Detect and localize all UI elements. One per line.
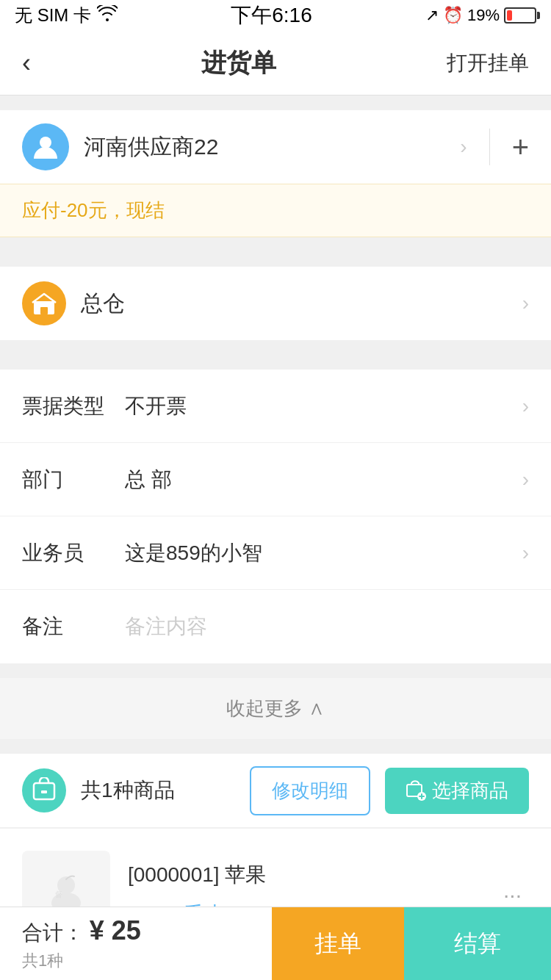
total-main: 合计： ¥ 25 bbox=[22, 915, 250, 947]
warehouse-section[interactable]: 总仓 › bbox=[0, 267, 551, 340]
back-button[interactable]: ‹ bbox=[22, 48, 31, 79]
status-bar: 无 SIM 卡 下午6:16 ↗ ⏰ 19% bbox=[0, 0, 551, 31]
select-product-button[interactable]: 选择商品 bbox=[385, 768, 529, 814]
svg-text:督: 督 bbox=[55, 890, 62, 898]
remark-input[interactable]: 备注内容 bbox=[110, 613, 529, 641]
svg-rect-4 bbox=[41, 790, 47, 793]
product-title: 苹果 bbox=[225, 863, 266, 886]
bottom-bar: 合计： ¥ 25 共1种 挂单 结算 bbox=[0, 907, 551, 980]
invoice-row[interactable]: 票据类型 不开票 › bbox=[0, 370, 551, 443]
warehouse-name: 总仓 bbox=[81, 289, 522, 319]
supplier-arrow-icon: › bbox=[460, 135, 467, 159]
sales-arrow-icon: › bbox=[522, 541, 529, 565]
product-name: [0000001] 苹果 bbox=[128, 861, 496, 889]
total-section: 合计： ¥ 25 共1种 bbox=[0, 915, 272, 972]
collapse-button[interactable]: 收起更多 ∧ bbox=[0, 678, 551, 739]
total-label: 合计： bbox=[22, 921, 84, 944]
nav-bar: ‹ 进货单 打开挂单 bbox=[0, 31, 551, 96]
product-count-icon bbox=[22, 768, 66, 813]
add-supplier-button[interactable]: + bbox=[512, 131, 529, 164]
total-amount: ¥ 25 bbox=[90, 915, 141, 945]
department-row[interactable]: 部门 总 部 › bbox=[0, 443, 551, 516]
gap-3 bbox=[0, 340, 551, 355]
pending-button[interactable]: 挂单 bbox=[272, 907, 404, 981]
select-product-label: 选择商品 bbox=[432, 778, 508, 804]
svg-rect-2 bbox=[40, 307, 48, 314]
modify-detail-button[interactable]: 修改明细 bbox=[250, 766, 370, 815]
invoice-label: 票据类型 bbox=[22, 392, 110, 420]
battery-percent: 19% bbox=[467, 6, 500, 25]
sales-label: 业务员 bbox=[22, 539, 110, 567]
form-section: 票据类型 不开票 › 部门 总 部 › 业务员 这是859的小智 › 备注 备注… bbox=[0, 370, 551, 663]
open-pending-button[interactable]: 打开挂单 bbox=[447, 49, 529, 77]
sales-row[interactable]: 业务员 这是859的小智 › bbox=[0, 516, 551, 590]
info-banner: 应付-20元，现结 bbox=[0, 184, 551, 237]
remark-row[interactable]: 备注 备注内容 bbox=[0, 590, 551, 663]
carrier-text: 无 SIM 卡 bbox=[15, 4, 91, 27]
department-arrow-icon: › bbox=[522, 468, 529, 491]
status-time: 下午6:16 bbox=[231, 1, 312, 29]
warehouse-arrow-icon: › bbox=[522, 292, 529, 315]
department-label: 部门 bbox=[22, 466, 110, 494]
warehouse-icon bbox=[22, 281, 66, 325]
invoice-value: 不开票 bbox=[110, 392, 522, 420]
wifi-icon bbox=[97, 5, 118, 26]
supplier-name: 河南供应商22 bbox=[84, 132, 460, 162]
alarm-icon: ⏰ bbox=[443, 6, 463, 25]
gap-1 bbox=[0, 96, 551, 110]
location-icon: ↗ bbox=[425, 6, 439, 25]
battery-icon bbox=[504, 7, 536, 24]
status-left: 无 SIM 卡 bbox=[15, 4, 118, 27]
page-title: 进货单 bbox=[201, 46, 276, 80]
products-header: 共1种商品 修改明细 选择商品 bbox=[0, 754, 551, 827]
checkout-button[interactable]: 结算 bbox=[404, 907, 551, 981]
status-right: ↗ ⏰ 19% bbox=[425, 6, 536, 25]
product-code: [0000001] bbox=[128, 863, 220, 886]
supplier-divider bbox=[489, 129, 490, 165]
supplier-avatar bbox=[22, 123, 69, 170]
gap-2 bbox=[0, 237, 551, 252]
sales-value: 这是859的小智 bbox=[110, 539, 522, 567]
product-count-text: 共1种商品 bbox=[81, 777, 250, 804]
svg-point-0 bbox=[40, 137, 51, 148]
department-value: 总 部 bbox=[110, 466, 522, 494]
remark-label: 备注 bbox=[22, 613, 110, 641]
total-count: 共1种 bbox=[22, 950, 250, 972]
supplier-section[interactable]: 河南供应商22 › + bbox=[0, 110, 551, 184]
invoice-arrow-icon: › bbox=[522, 394, 529, 418]
